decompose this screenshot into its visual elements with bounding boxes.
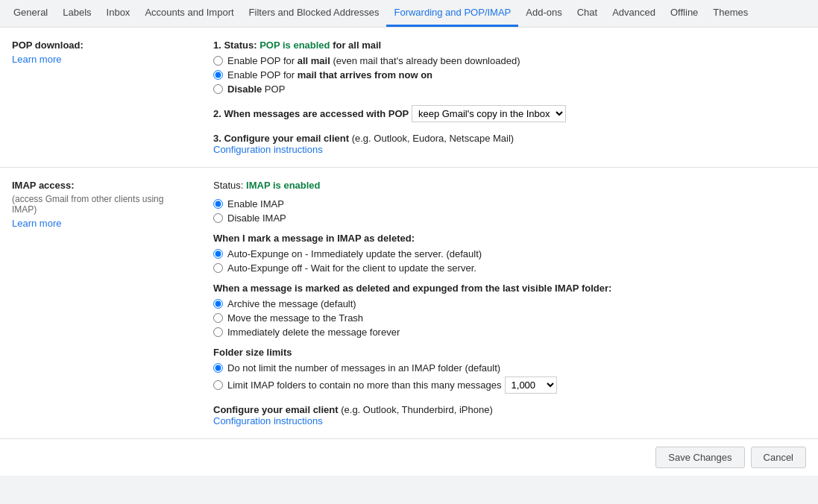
imap-right: Status: IMAP is enabled Enable IMAP Disa… — [201, 180, 818, 426]
imap-expunged-option3-radio[interactable] — [213, 327, 223, 337]
imap-status-text: IMAP is enabled — [246, 180, 320, 191]
pop-title: POP download: — [12, 40, 189, 51]
nav-accounts[interactable]: Accounts and Import — [137, 0, 241, 27]
imap-expunged-option2-radio[interactable] — [213, 313, 223, 323]
imap-deleted-option1-row: Auto-Expunge on - Immediately update the… — [213, 248, 806, 259]
pop-left: POP download: Learn more — [0, 40, 201, 155]
pop-configure-row: 3. Configure your email client (e.g. Out… — [213, 133, 806, 144]
pop-config-link[interactable]: Configuration instructions — [213, 144, 323, 155]
pop-config-link-row: Configuration instructions — [213, 144, 806, 155]
imap-expunged-option3-row: Immediately delete the message forever — [213, 327, 806, 338]
imap-deleted-option1-text: Auto-Expunge on - Immediately update the… — [227, 248, 482, 259]
pop-when-label: 2. When messages are accessed with POP — [213, 108, 409, 119]
pop-when-select-wrapper: keep Gmail's copy in the Inbox archive G… — [412, 108, 566, 119]
nav-filters[interactable]: Filters and Blocked Addresses — [242, 0, 387, 27]
pop-configure-prefix: 3. Configure your email client — [213, 133, 349, 144]
pop-status-suffix: for all mail — [330, 40, 382, 51]
imap-disable-radio[interactable] — [213, 213, 223, 223]
nav-addons[interactable]: Add-ons — [518, 0, 569, 27]
pop-option2-row: Enable POP for mail that arrives from no… — [213, 69, 806, 81]
pop-option3-text: Disable POP — [227, 84, 285, 95]
imap-learn-more[interactable]: Learn more — [12, 218, 61, 229]
pop-status-text: POP is enabled — [259, 40, 330, 51]
save-button[interactable]: Save Changes — [655, 447, 744, 468]
imap-subtitle: (access Gmail from other clients using I… — [12, 194, 189, 215]
nav-labels[interactable]: Labels — [55, 0, 98, 27]
cancel-button[interactable]: Cancel — [751, 447, 806, 468]
imap-deleted-option1-radio[interactable] — [213, 249, 223, 259]
nav-chat[interactable]: Chat — [570, 0, 605, 27]
imap-folder-option2-text: Limit IMAP folders to contain no more th… — [227, 379, 502, 391]
imap-section: IMAP access: (access Gmail from other cl… — [0, 168, 818, 438]
imap-expunged-option1-radio[interactable] — [213, 299, 223, 309]
imap-status-prefix: Status: — [213, 180, 246, 191]
pop-learn-more[interactable]: Learn more — [12, 54, 61, 65]
imap-expunged-label: When a message is marked as deleted and … — [213, 283, 806, 294]
pop-when-select[interactable]: keep Gmail's copy in the Inbox archive G… — [412, 105, 566, 122]
imap-expunged-option2-text: Move the message to the Trash — [227, 312, 363, 324]
pop-option1-radio[interactable] — [213, 56, 223, 66]
imap-expunged-option3-text: Immediately delete the message forever — [227, 327, 400, 338]
settings-content: POP download: Learn more 1. Status: POP … — [0, 28, 818, 438]
pop-status-line: 1. Status: POP is enabled for all mail — [213, 40, 806, 51]
settings-nav: General Labels Inbox Accounts and Import… — [0, 0, 818, 28]
imap-configure-suffix: (e.g. Outlook, Thunderbird, iPhone) — [339, 404, 493, 415]
imap-status-line: Status: IMAP is enabled — [213, 180, 806, 191]
pop-right: 1. Status: POP is enabled for all mail E… — [201, 40, 818, 155]
pop-option1-text: Enable POP for all mail (even mail that'… — [227, 55, 520, 66]
nav-inbox[interactable]: Inbox — [99, 0, 138, 27]
imap-enable-label: Enable IMAP — [227, 198, 284, 210]
pop-section: POP download: Learn more 1. Status: POP … — [0, 28, 818, 168]
pop-option2-text: Enable POP for mail that arrives from no… — [227, 69, 432, 81]
imap-configure-prefix: Configure your email client — [213, 404, 339, 415]
pop-option3-row: Disable POP — [213, 84, 806, 95]
imap-config-link[interactable]: Configuration instructions — [213, 415, 323, 426]
nav-offline[interactable]: Offline — [663, 0, 705, 27]
imap-disable-row: Disable IMAP — [213, 212, 806, 224]
imap-enable-radio[interactable] — [213, 199, 223, 209]
imap-config-link-row: Configuration instructions — [213, 415, 806, 426]
imap-folder-select-wrapper: 1,000 2,000 5,000 10,000 — [505, 377, 557, 394]
nav-general[interactable]: General — [6, 0, 55, 27]
imap-folder-option1-radio[interactable] — [213, 363, 223, 373]
imap-expunged-option1-row: Archive the message (default) — [213, 298, 806, 309]
imap-folder-option1-text: Do not limit the number of messages in a… — [227, 362, 500, 374]
settings-footer: Save Changes Cancel — [0, 438, 818, 476]
pop-configure-suffix: (e.g. Outlook, Eudora, Netscape Mail) — [349, 133, 514, 144]
pop-option1-row: Enable POP for all mail (even mail that'… — [213, 55, 806, 66]
imap-folder-select[interactable]: 1,000 2,000 5,000 10,000 — [505, 377, 557, 394]
nav-advanced[interactable]: Advanced — [605, 0, 663, 27]
imap-expunged-option1-text: Archive the message (default) — [227, 298, 356, 309]
imap-expunged-option2-row: Move the message to the Trash — [213, 312, 806, 324]
imap-folder-option1-row: Do not limit the number of messages in a… — [213, 362, 806, 374]
imap-title: IMAP access: — [12, 180, 189, 191]
pop-status-prefix: 1. Status: — [213, 40, 259, 51]
imap-folder-label: Folder size limits — [213, 347, 806, 358]
imap-deleted-option2-row: Auto-Expunge off - Wait for the client t… — [213, 262, 806, 274]
pop-option2-radio[interactable] — [213, 70, 223, 80]
imap-disable-label: Disable IMAP — [227, 212, 286, 224]
imap-deleted-option2-radio[interactable] — [213, 263, 223, 273]
imap-enable-row: Enable IMAP — [213, 198, 806, 210]
nav-forwarding[interactable]: Forwarding and POP/IMAP — [386, 0, 518, 27]
imap-folder-option2-row: Limit IMAP folders to contain no more th… — [213, 377, 806, 394]
imap-deleted-label: When I mark a message in IMAP as deleted… — [213, 233, 806, 244]
pop-option3-radio[interactable] — [213, 84, 223, 94]
imap-configure-row: Configure your email client (e.g. Outloo… — [213, 404, 806, 415]
imap-deleted-option2-text: Auto-Expunge off - Wait for the client t… — [227, 262, 476, 274]
pop-when-row: 2. When messages are accessed with POP k… — [213, 105, 806, 122]
imap-folder-option2-radio[interactable] — [213, 380, 223, 390]
nav-themes[interactable]: Themes — [705, 0, 755, 27]
imap-left: IMAP access: (access Gmail from other cl… — [0, 180, 201, 229]
